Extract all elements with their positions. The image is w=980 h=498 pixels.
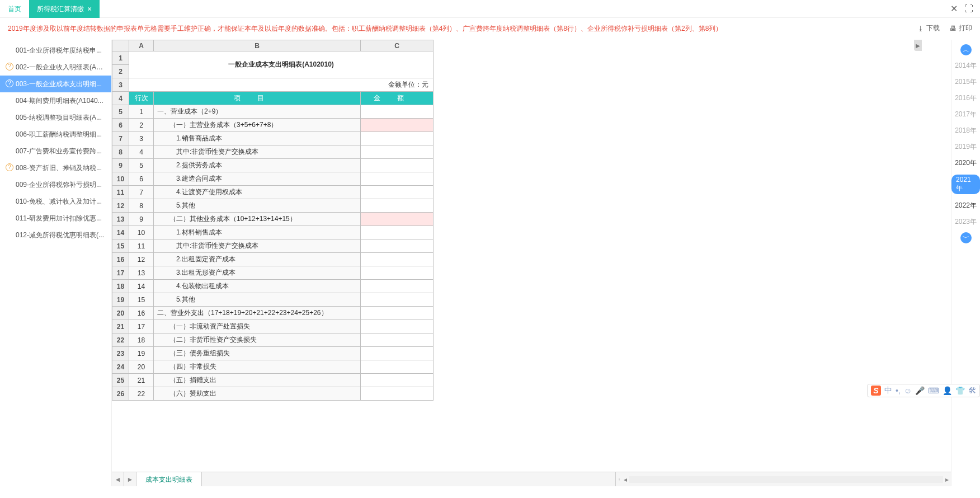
sidebar-item[interactable]: 011-研发费用加计扣除优惠... — [0, 210, 111, 227]
row-header[interactable]: 5 — [112, 105, 129, 119]
amount-cell[interactable] — [361, 239, 434, 253]
window-close-icon[interactable]: ✕ — [950, 3, 958, 14]
sidebar-item[interactable]: 005-纳税调整项目明细表(A... — [0, 109, 111, 126]
ime-emoji-icon[interactable]: ☺ — [904, 386, 912, 395]
amount-cell[interactable] — [361, 186, 434, 199]
row-header[interactable]: 23 — [112, 347, 129, 360]
row-header[interactable]: 4 — [112, 92, 129, 105]
close-icon[interactable]: × — [87, 0, 92, 18]
row-header[interactable]: 24 — [112, 360, 129, 374]
row-header[interactable]: 22 — [112, 333, 129, 347]
year-button[interactable]: 2018年 — [955, 126, 977, 135]
col-header-b[interactable]: B — [154, 40, 361, 51]
amount-cell[interactable] — [361, 374, 434, 387]
ime-punct-icon[interactable]: •, — [896, 386, 901, 395]
year-button[interactable]: 2023年 — [955, 217, 977, 227]
year-button[interactable]: 2020年 — [955, 158, 977, 168]
amount-cell[interactable] — [361, 307, 434, 320]
year-button[interactable]: 2016年 — [955, 93, 977, 103]
hscroll-track[interactable] — [629, 476, 943, 483]
tab-active[interactable]: 所得税汇算清缴 × — [29, 0, 100, 18]
amount-cell[interactable] — [361, 266, 434, 280]
sheet-expand-icon[interactable]: ▶ — [914, 40, 922, 51]
sidebar-item[interactable]: ?002-一般企业收入明细表(A10... — [0, 59, 111, 76]
amount-cell[interactable] — [361, 172, 434, 186]
amount-cell[interactable] — [361, 293, 434, 307]
help-icon[interactable]: ? — [6, 79, 13, 87]
sidebar-item[interactable]: ?003-一般企业成本支出明细... — [0, 76, 111, 92]
ime-toolbar[interactable]: S 中 •, ☺ 🎤 ⌨ 👤 👕 🛠 — [867, 384, 980, 397]
print-button[interactable]: 🖶 打印 — [950, 24, 972, 33]
fullscreen-icon[interactable]: ⛶ — [964, 4, 973, 14]
amount-cell[interactable] — [361, 253, 434, 266]
year-button[interactable]: 2019年 — [955, 142, 977, 152]
row-header[interactable]: 19 — [112, 293, 129, 307]
row-header[interactable]: 21 — [112, 320, 129, 333]
col-header-c[interactable]: C — [361, 40, 434, 51]
sidebar-item[interactable]: 001-企业所得税年度纳税申... — [0, 42, 111, 59]
amount-cell[interactable] — [361, 347, 434, 360]
ime-mic-icon[interactable]: 🎤 — [915, 386, 925, 395]
row-header[interactable]: 26 — [112, 387, 129, 401]
select-all-corner[interactable] — [112, 40, 129, 51]
row-header[interactable]: 3 — [112, 78, 129, 92]
sidebar-item[interactable]: 007-广告费和业务宣传费跨... — [0, 143, 111, 159]
help-icon[interactable]: ? — [6, 63, 13, 71]
hscroll-grip-icon[interactable]: ⋮ — [616, 477, 621, 482]
sidebar-item[interactable]: 006-职工薪酬纳税调整明细... — [0, 126, 111, 143]
row-header[interactable]: 6 — [112, 119, 129, 132]
row-header[interactable]: 16 — [112, 253, 129, 266]
ime-lang[interactable]: 中 — [884, 386, 892, 396]
row-header[interactable]: 10 — [112, 172, 129, 186]
amount-cell[interactable] — [361, 213, 434, 226]
amount-cell[interactable] — [361, 226, 434, 239]
ime-skin-icon[interactable]: 👕 — [955, 386, 965, 395]
row-header[interactable]: 18 — [112, 280, 129, 293]
year-button[interactable]: 2015年 — [955, 77, 977, 87]
amount-cell[interactable] — [361, 159, 434, 172]
amount-cell[interactable] — [361, 199, 434, 213]
amount-cell[interactable] — [361, 320, 434, 333]
amount-cell[interactable] — [361, 360, 434, 374]
row-header[interactable]: 13 — [112, 213, 129, 226]
amount-cell[interactable] — [361, 105, 434, 119]
amount-cell[interactable] — [361, 333, 434, 347]
hscroll-left-icon[interactable]: ◂ — [621, 476, 629, 483]
row-header[interactable]: 20 — [112, 307, 129, 320]
amount-cell[interactable] — [361, 387, 434, 401]
sidebar-item[interactable]: 012-减免所得税优惠明细表(... — [0, 227, 111, 243]
col-header-a[interactable]: A — [129, 40, 154, 51]
row-header[interactable]: 14 — [112, 226, 129, 239]
tab-home[interactable]: 首页 — [0, 0, 29, 18]
year-button[interactable]: 2017年 — [955, 110, 977, 119]
hscroll-right-icon[interactable]: ▸ — [943, 476, 951, 483]
sidebar-item[interactable]: 009-企业所得税弥补亏损明... — [0, 176, 111, 193]
amount-cell[interactable] — [361, 119, 434, 132]
row-header[interactable]: 2 — [112, 65, 129, 78]
row-header[interactable]: 15 — [112, 239, 129, 253]
sheet-nav-last-icon[interactable]: ► — [124, 472, 136, 486]
row-header[interactable]: 7 — [112, 132, 129, 145]
row-header[interactable]: 11 — [112, 186, 129, 199]
sidebar-item[interactable]: ?008-资产折旧、摊销及纳税... — [0, 159, 111, 176]
sidebar-item[interactable]: 004-期间费用明细表(A1040... — [0, 92, 111, 109]
amount-cell[interactable] — [361, 145, 434, 159]
row-header[interactable]: 12 — [112, 199, 129, 213]
sheet-tab[interactable]: 成本支出明细表 — [136, 472, 202, 486]
amount-cell[interactable] — [361, 280, 434, 293]
scroll-up-icon[interactable]: ︿ — [960, 44, 972, 55]
amount-cell[interactable] — [361, 132, 434, 145]
ime-tool-icon[interactable]: 🛠 — [968, 386, 976, 395]
ime-user-icon[interactable]: 👤 — [943, 386, 952, 395]
ime-keyboard-icon[interactable]: ⌨ — [928, 386, 939, 395]
row-header[interactable]: 17 — [112, 266, 129, 280]
scroll-down-icon[interactable]: ﹀ — [960, 232, 972, 243]
year-button[interactable]: 2022年 — [955, 201, 977, 210]
row-header[interactable]: 9 — [112, 159, 129, 172]
sidebar-item[interactable]: 010-免税、减计收入及加计... — [0, 193, 111, 210]
row-header[interactable]: 8 — [112, 145, 129, 159]
sheet-nav-first-icon[interactable]: ◄ — [112, 472, 124, 486]
row-header[interactable]: 25 — [112, 374, 129, 387]
help-icon[interactable]: ? — [6, 163, 13, 171]
year-button[interactable]: 2014年 — [955, 61, 977, 71]
